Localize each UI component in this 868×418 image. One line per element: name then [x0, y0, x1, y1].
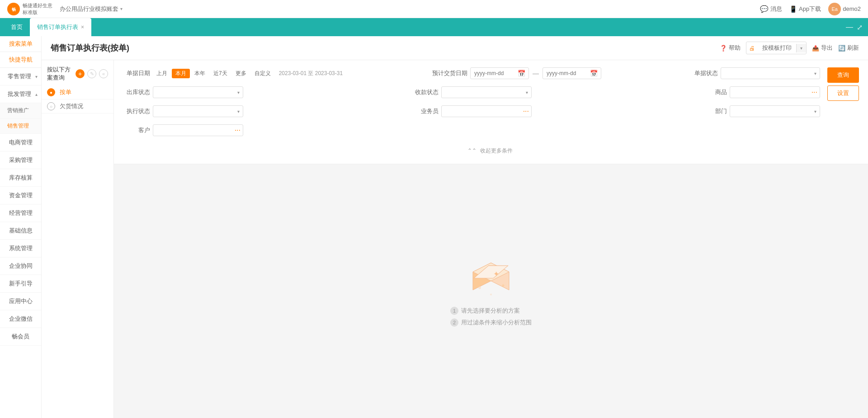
sidebar-item-inventory[interactable]: 库存核算	[0, 169, 41, 187]
date-custom-btn[interactable]: 自定义	[251, 69, 274, 78]
plan-item-by-order[interactable]: ● 按单	[42, 86, 113, 100]
sidebar-item-apps[interactable]: 应用中心	[0, 293, 41, 310]
delivery-status-select[interactable]	[153, 86, 243, 98]
sidebar-quick-nav[interactable]: 快捷导航	[0, 52, 41, 68]
goods-dots-icon[interactable]: ···	[811, 88, 817, 96]
forecast-date-to-input[interactable]	[542, 67, 601, 79]
forecast-date-to-wrap: 📅	[542, 67, 601, 79]
tab-home[interactable]: 首页	[4, 18, 30, 36]
logo-area: 畅 畅捷通好生意 标准版	[7, 2, 52, 15]
sidebar-item-system-label: 系统管理	[4, 244, 38, 252]
sidebar-item-base-label: 基础信息	[4, 227, 38, 235]
chevron-down-icon: ▾	[120, 6, 123, 11]
sidebar-item-purchase[interactable]: 采购管理	[0, 152, 41, 169]
sidebar-item-retail[interactable]: 零售管理 ▾	[0, 68, 41, 86]
page-header-actions: ❓ 帮助 🖨 按模板打印 ▾ 📤 导出 🔄 刷新	[720, 42, 859, 60]
date-last-month-btn[interactable]: 上月	[153, 69, 171, 78]
tab-close-icon[interactable]: ×	[81, 24, 84, 30]
print-btn[interactable]: 🖨 按模板打印 ▾	[746, 42, 807, 54]
left-panel-header: 按以下方案查询 + ✎ «	[42, 66, 113, 86]
department-label: 部门	[700, 107, 727, 115]
salesperson-input-wrap: ···	[441, 105, 532, 117]
add-plan-icon[interactable]: +	[75, 69, 85, 78]
date-this-year-btn[interactable]: 本年	[191, 69, 209, 78]
plan-item-shortage[interactable]: ○ 欠货情况	[42, 100, 113, 114]
sidebar-sub-sales[interactable]: 销售管理	[0, 119, 41, 134]
sidebar-item-operation[interactable]: 经营管理	[0, 204, 41, 222]
minimize-icon[interactable]: —	[846, 23, 853, 31]
execution-status-select[interactable]	[153, 105, 243, 117]
status-select[interactable]	[721, 67, 820, 79]
page-header: 销售订单执行表(按单) ❓ 帮助 🖨 按模板打印 ▾ 📤 导出 🔄 刷新	[42, 36, 868, 60]
query-button[interactable]: 查询	[827, 67, 859, 83]
collapse-bar[interactable]: ⌃⌃ 收起更多条件	[123, 143, 859, 157]
sidebar-sub-marketing[interactable]: 营销推广	[0, 103, 41, 119]
sidebar: 搜索菜单 快捷导航 零售管理 ▾ 批发管理 ▴ 营销推广 销售管理 电商管理 采…	[0, 36, 42, 418]
date-this-month-btn[interactable]: 本月	[172, 69, 190, 78]
department-select[interactable]	[730, 105, 820, 117]
salesperson-input[interactable]	[441, 105, 532, 117]
svg-point-9	[490, 294, 492, 295]
sidebar-item-finance-label: 资金管理	[4, 191, 38, 200]
help-icon: ❓	[720, 45, 727, 52]
print-dropdown-arrow[interactable]: ▾	[796, 44, 806, 52]
svg-text:✦: ✦	[493, 270, 499, 278]
main-layout: 搜索菜单 快捷导航 零售管理 ▾ 批发管理 ▴ 营销推广 销售管理 电商管理 采…	[0, 36, 868, 418]
hint-num-2: 2	[450, 318, 458, 327]
sidebar-item-enterprise[interactable]: 企业协同	[0, 257, 41, 275]
plan-item-shortage-label: 欠货情况	[60, 102, 83, 110]
sidebar-item-apps-label: 应用中心	[4, 297, 38, 305]
collapse-panel-icon[interactable]: «	[99, 69, 108, 78]
filter-panel: 单据日期 上月 本月 本年 近7天 更多 自定义 2023-03-01 至 20…	[114, 60, 868, 164]
tab-bar-left: 首页 销售订单执行表 ×	[4, 18, 91, 36]
message-icon: 💬	[760, 5, 769, 13]
sidebar-item-newbie-label: 新手引导	[4, 280, 38, 288]
settings-button[interactable]: 设置	[827, 86, 859, 101]
sidebar-item-finance[interactable]: 资金管理	[0, 187, 41, 204]
payment-status-select[interactable]	[441, 86, 532, 98]
refresh-label: 刷新	[847, 44, 859, 52]
app-selector[interactable]: 办公用品行业模拟账套 ▾	[56, 5, 126, 13]
sidebar-item-retail-label: 零售管理	[4, 72, 35, 81]
sidebar-item-wechat[interactable]: 企业微信	[0, 310, 41, 328]
date-last-7days-btn[interactable]: 近7天	[210, 69, 231, 78]
forecast-date-from-wrap: 📅	[470, 67, 529, 79]
help-btn[interactable]: ❓ 帮助	[720, 44, 741, 52]
delivery-status-label: 出库状态	[123, 88, 150, 96]
payment-status-label: 收款状态	[411, 88, 439, 96]
status-select-wrap	[721, 67, 820, 79]
sidebar-item-newbie[interactable]: 新手引导	[0, 275, 41, 293]
user-menu[interactable]: Ea demo2	[828, 3, 861, 15]
hint-num-1: 1	[450, 307, 458, 315]
message-label: 消息	[770, 5, 782, 13]
forecast-date-from-input[interactable]	[470, 67, 529, 79]
customer-input[interactable]	[153, 124, 243, 136]
tab-sales-execution[interactable]: 销售订单执行表 ×	[30, 18, 91, 36]
customer-dots-icon[interactable]: ···	[235, 126, 241, 134]
sidebar-item-wholesale[interactable]: 批发管理 ▴	[0, 86, 41, 103]
tab-home-label: 首页	[11, 23, 23, 31]
refresh-btn[interactable]: 🔄 刷新	[838, 44, 859, 52]
sidebar-item-system[interactable]: 系统管理	[0, 240, 41, 257]
export-icon: 📤	[812, 45, 819, 52]
sidebar-item-member[interactable]: 畅会员	[0, 328, 41, 346]
export-btn[interactable]: 📤 导出	[812, 44, 833, 52]
goods-input[interactable]	[730, 86, 820, 98]
maximize-icon[interactable]: ⤢	[857, 23, 863, 32]
sidebar-item-ecommerce[interactable]: 电商管理	[0, 134, 41, 152]
inner-layout: 按以下方案查询 + ✎ « ● 按单 ○ 欠货情况	[42, 60, 868, 418]
sidebar-item-base[interactable]: 基础信息	[0, 222, 41, 240]
left-panel-title: 按以下方案查询	[47, 66, 75, 82]
sidebar-search[interactable]: 搜索菜单	[0, 36, 41, 52]
edit-plan-icon[interactable]: ✎	[87, 69, 96, 78]
collapse-bar-label: 收起更多条件	[480, 147, 513, 154]
execution-status-label: 执行状态	[123, 107, 150, 115]
radio-icon: ○	[47, 102, 55, 110]
app-download-btn[interactable]: 📱 App下载	[789, 5, 821, 13]
app-selector-label: 办公用品行业模拟账套	[60, 5, 118, 13]
message-btn[interactable]: 💬 消息	[760, 5, 782, 13]
salesperson-dots-icon[interactable]: ···	[523, 107, 529, 115]
date-more-btn[interactable]: 更多	[232, 69, 250, 78]
date-label: 单据日期	[123, 69, 150, 77]
sidebar-item-wholesale-label: 批发管理	[4, 90, 35, 98]
